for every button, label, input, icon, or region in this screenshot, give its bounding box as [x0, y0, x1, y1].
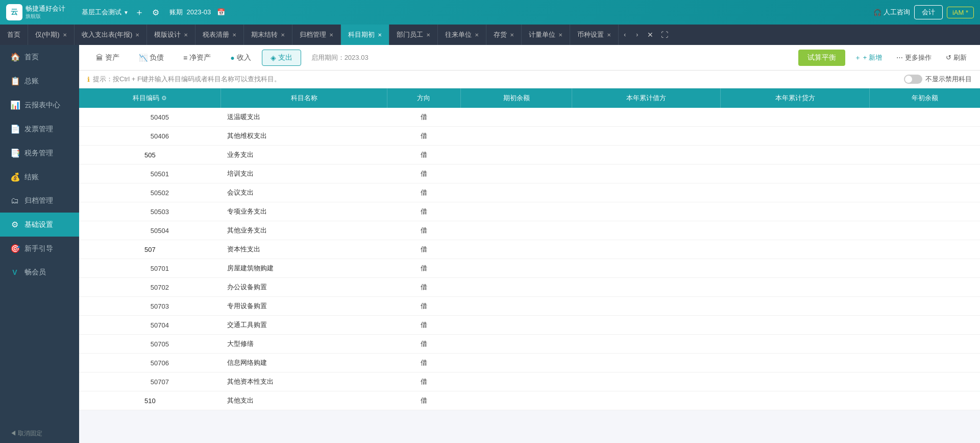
close-icon[interactable]: ✕	[329, 32, 333, 38]
tab-home[interactable]: 首页	[0, 25, 28, 45]
table-row[interactable]: 50706信息网络购建借	[79, 354, 980, 372]
tab-tax[interactable]: 税表清册 ✕	[195, 25, 244, 45]
table-row[interactable]: 50702办公设备购置借	[79, 278, 980, 297]
company-selector[interactable]: 基层工会测试 ▼	[82, 8, 129, 17]
cell-name: 办公设备购置	[221, 278, 387, 297]
tab-customers[interactable]: 往来单位 ✕	[438, 25, 486, 45]
table-row[interactable]: 50705大型修缮借	[79, 335, 980, 354]
tab-annual[interactable]: 收入支出表(年报) ✕	[75, 25, 148, 45]
more-button[interactable]: ⋯ 更多操作	[891, 50, 937, 65]
cell-direction: 借	[387, 372, 460, 391]
tab-label: 税表清册	[203, 30, 229, 39]
logo-icon: 云	[6, 4, 22, 20]
sidebar-item-archive[interactable]: 🗂 归档管理	[0, 189, 79, 213]
tab-label: 归档管理	[300, 30, 326, 39]
tab-unit[interactable]: 计量单位 ✕	[522, 25, 570, 45]
cell-opening	[461, 165, 572, 183]
cell-direction: 借	[387, 259, 460, 278]
tab-period[interactable]: 仅(中期) ✕	[28, 25, 75, 45]
sidebar-item-member[interactable]: V 畅会员	[0, 261, 79, 284]
balance-button[interactable]: 试算平衡	[798, 50, 845, 66]
table-row[interactable]: 50701房屋建筑物购建借	[79, 259, 980, 278]
close-icon[interactable]: ✕	[135, 32, 139, 38]
help-button[interactable]: 🎧 人工咨询	[873, 8, 910, 17]
table-row[interactable]: 50707其他资本性支出借	[79, 372, 980, 391]
toolbar-right: 试算平衡 ＋ + 新增 ⋯ 更多操作 ↺ 刷新	[798, 50, 972, 66]
tab-period-end[interactable]: 期末结转 ✕	[244, 25, 292, 45]
settings-icon[interactable]: ⚙	[150, 8, 161, 17]
cell-ytd-credit	[721, 146, 869, 165]
table-row[interactable]: 50503专项业务支出借	[79, 202, 980, 221]
close-icon[interactable]: ✕	[232, 32, 236, 38]
sidebar-item-invoice[interactable]: 📄 发票管理	[0, 117, 79, 141]
cell-name: 房屋建筑物购建	[221, 259, 387, 278]
sidebar-item-closing[interactable]: 💰 结账	[0, 165, 79, 189]
table-row[interactable]: 507资本性支出借	[79, 240, 980, 259]
settings-icon: ⚙	[10, 220, 19, 229]
sub-tab-liabilities[interactable]: 📉 负债	[130, 50, 173, 66]
sub-tab-assets[interactable]: 🏛 资产	[87, 50, 128, 66]
toggle-input[interactable]	[904, 75, 922, 84]
equity-icon: ≡	[183, 54, 187, 62]
cell-year-opening	[869, 108, 980, 127]
plus-icon: ＋	[854, 53, 861, 62]
tab-subject-init[interactable]: 科目期初 ✕	[341, 25, 389, 45]
tab-dept[interactable]: 部门员工 ✕	[389, 25, 438, 45]
iam-badge[interactable]: iAM *	[947, 7, 974, 18]
main-layout: 🏠 首页 📋 总账 📊 云报表中心 📄 发票管理 📑 税务管理 💰 结账 🗂 归…	[0, 45, 980, 443]
sidebar-item-reports[interactable]: 📊 云报表中心	[0, 93, 79, 117]
liabilities-icon: 📉	[139, 54, 148, 62]
close-icon[interactable]: ✕	[510, 32, 514, 38]
calendar-icon[interactable]: 📅	[217, 8, 225, 16]
sub-tab-equity[interactable]: ≡ 净资产	[175, 50, 219, 66]
cell-opening	[461, 221, 572, 240]
sub-tab-income[interactable]: ● 收入	[222, 50, 259, 66]
cell-code: 507	[79, 240, 221, 259]
sub-tab-expense[interactable]: ◈ 支出	[262, 50, 301, 66]
cell-ytd-debit	[572, 278, 720, 297]
gear-icon[interactable]: ⚙	[161, 95, 167, 102]
tab-template[interactable]: 模版设计 ✕	[147, 25, 195, 45]
close-icon[interactable]: ✕	[184, 32, 188, 38]
account-button[interactable]: 会计	[914, 5, 943, 19]
cell-ytd-credit	[721, 297, 869, 316]
close-icon[interactable]: ✕	[281, 32, 285, 38]
refresh-button[interactable]: ↺ 刷新	[941, 50, 972, 65]
close-icon[interactable]: ✕	[558, 32, 562, 38]
table-row[interactable]: 50501培训支出借	[79, 165, 980, 183]
close-icon[interactable]: ✕	[607, 32, 611, 38]
col-direction: 方向	[387, 88, 460, 108]
tab-inventory[interactable]: 存货 ✕	[486, 25, 522, 45]
tab-archive[interactable]: 归档管理 ✕	[292, 25, 341, 45]
close-icon[interactable]: ✕	[475, 32, 479, 38]
sidebar-item-ledger[interactable]: 📋 总账	[0, 69, 79, 93]
toggle-disabled-switch[interactable]: 不显示禁用科目	[904, 75, 972, 84]
sidebar-item-home[interactable]: 🏠 首页	[0, 45, 79, 69]
table-container[interactable]: 科目编码 ⚙ 科目名称 方向 期初余额 本年累计借方 本年累计贷方 年初余额 5…	[79, 88, 980, 443]
table-row[interactable]: 50405送温暖支出借	[79, 108, 980, 127]
sidebar-item-settings[interactable]: ⚙ 基础设置	[0, 213, 79, 237]
tab-currency[interactable]: 币种设置 ✕	[570, 25, 619, 45]
close-icon[interactable]: ✕	[378, 32, 382, 38]
table-row[interactable]: 505业务支出借	[79, 146, 980, 165]
table-row[interactable]: 50504其他业务支出借	[79, 221, 980, 240]
table-row[interactable]: 50406其他维权支出借	[79, 127, 980, 146]
table-row[interactable]: 50703专用设备购置借	[79, 297, 980, 316]
add-button[interactable]: ＋ + 新增	[849, 50, 887, 65]
table-row[interactable]: 50704交通工具购置借	[79, 316, 980, 335]
close-icon[interactable]: ✕	[63, 32, 67, 38]
sidebar-item-tax[interactable]: 📑 税务管理	[0, 141, 79, 165]
table-row[interactable]: 510其他支出借	[79, 391, 980, 410]
add-company-button[interactable]: ＋	[133, 6, 146, 18]
sidebar-unpin-button[interactable]: ◀ 取消固定	[0, 424, 79, 443]
table-row[interactable]: 50502会议支出借	[79, 183, 980, 202]
tab-expand-button[interactable]: ⛶	[657, 25, 672, 45]
sidebar-label: 基础设置	[24, 220, 53, 229]
sidebar-item-guide[interactable]: 🎯 新手引导	[0, 237, 79, 261]
tab-close-all-button[interactable]: ✕	[643, 25, 657, 45]
close-icon[interactable]: ✕	[426, 32, 430, 38]
tab-next-button[interactable]: ›	[631, 25, 643, 45]
cell-ytd-debit	[572, 221, 720, 240]
cell-opening	[461, 335, 572, 354]
tab-prev-button[interactable]: ‹	[619, 25, 631, 45]
